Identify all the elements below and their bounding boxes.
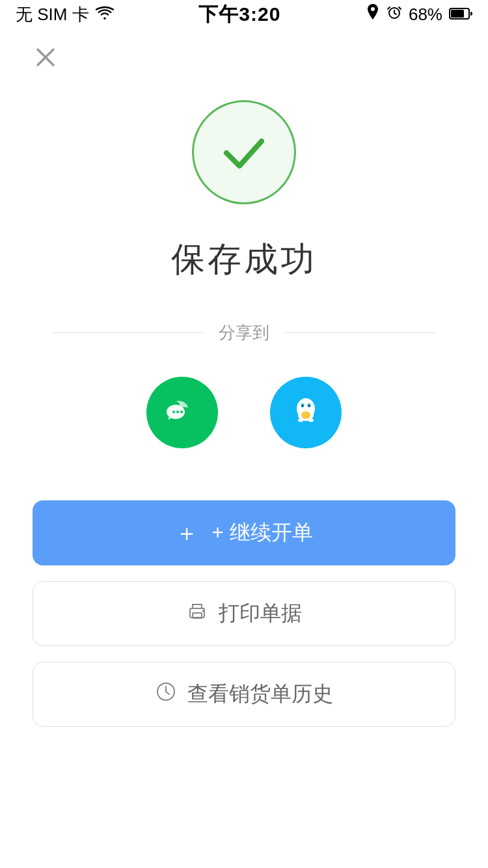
svg-point-7 (176, 411, 179, 413)
print-label: 打印单据 (219, 599, 302, 628)
svg-point-21 (202, 610, 204, 612)
battery-icon (449, 5, 472, 25)
status-bar: 无 SIM 卡 下午3:20 68% (0, 0, 488, 29)
plus-icon: ＋ (175, 521, 198, 545)
svg-rect-2 (451, 10, 464, 18)
divider-line-left (52, 332, 203, 333)
status-right: 68% (366, 4, 472, 25)
wechat-share-button[interactable] (146, 377, 218, 448)
continue-label: + 继续开单 (211, 519, 313, 547)
location-icon (366, 4, 380, 25)
main-content: 保存成功 分享到 (0, 29, 488, 727)
carrier-label: 无 SIM 卡 (16, 3, 89, 26)
battery-label: 68% (409, 5, 442, 25)
print-button[interactable]: 打印单据 (33, 581, 455, 646)
history-button[interactable]: 查看销货单历史 (33, 662, 455, 727)
svg-point-14 (308, 405, 310, 407)
svg-point-13 (302, 405, 303, 407)
status-time: 下午3:20 (198, 1, 280, 28)
success-icon-circle (192, 100, 296, 204)
svg-point-8 (180, 411, 183, 413)
alarm-icon (386, 5, 402, 25)
status-left: 无 SIM 卡 (16, 3, 114, 26)
close-button[interactable] (26, 38, 65, 77)
svg-point-6 (172, 411, 175, 413)
svg-point-16 (298, 419, 303, 422)
qq-share-button[interactable] (270, 377, 342, 448)
svg-point-17 (308, 419, 314, 422)
share-label: 分享到 (219, 321, 269, 344)
clock-icon (155, 681, 177, 708)
share-divider: 分享到 (0, 321, 488, 344)
svg-point-18 (301, 411, 310, 419)
history-label: 查看销货单历史 (187, 680, 333, 709)
wifi-icon (96, 5, 114, 25)
continue-button[interactable]: ＋ + 继续开单 (33, 500, 455, 565)
action-buttons: ＋ + 继续开单 打印单据 查看销货单历 (0, 500, 488, 727)
divider-line-right (285, 332, 436, 333)
share-icons-row (146, 377, 342, 448)
printer-icon (186, 600, 208, 627)
success-title: 保存成功 (171, 237, 317, 282)
